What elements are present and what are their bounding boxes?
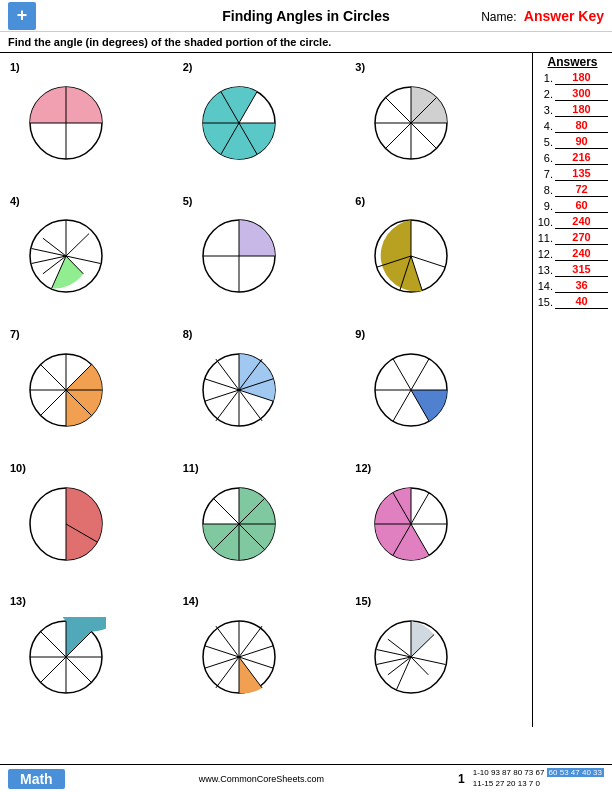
scores: 1-10 93 87 80 73 67 60 53 47 40 33 11-15… [473, 768, 604, 789]
answer-num: 4. [537, 120, 553, 132]
answer-value: 180 [555, 103, 608, 117]
website-label: www.CommonCoreSheets.com [199, 774, 324, 784]
answer-value: 270 [555, 231, 608, 245]
circle-svg-11 [199, 484, 279, 564]
answer-value: 80 [555, 119, 608, 133]
answer-row: 3.180 [537, 103, 608, 117]
answer-value: 60 [555, 199, 608, 213]
circle-number-10: 10) [10, 462, 26, 474]
circle-number-1: 1) [10, 61, 20, 73]
footer: Math www.CommonCoreSheets.com 1 1-10 93 … [0, 764, 612, 792]
answer-num: 9. [537, 200, 553, 212]
circle-svg-9 [371, 350, 451, 430]
circle-item-2: 2) [181, 57, 352, 189]
circle-svg-12 [371, 484, 451, 564]
circle-number-9: 9) [355, 328, 365, 340]
page-title: Finding Angles in Circles [222, 8, 390, 24]
circle-item-9: 9) [353, 324, 524, 456]
circle-svg-1 [26, 83, 106, 163]
answer-row: 13.315 [537, 263, 608, 277]
circle-svg-6 [371, 216, 451, 296]
circle-number-11: 11) [183, 462, 199, 474]
circle-svg-7 [26, 350, 106, 430]
answer-value: 90 [555, 135, 608, 149]
circle-svg-14 [199, 617, 279, 697]
answer-row: 12.240 [537, 247, 608, 261]
highlight-scores: 60 53 47 40 33 [547, 768, 604, 777]
answer-value: 40 [555, 295, 608, 309]
answer-value: 240 [555, 247, 608, 261]
circle-number-12: 12) [355, 462, 371, 474]
circle-item-4: 4) [8, 191, 179, 323]
answer-num: 1. [537, 72, 553, 84]
answer-row: 11.270 [537, 231, 608, 245]
circle-number-2: 2) [183, 61, 193, 73]
answer-value: 315 [555, 263, 608, 277]
answer-row: 2.300 [537, 87, 608, 101]
instructions: Find the angle (in degrees) of the shade… [0, 32, 612, 53]
circles-area: 1) 2) [0, 53, 532, 727]
circle-svg-13 [26, 617, 106, 697]
answer-num: 13. [537, 264, 553, 276]
answer-num: 12. [537, 248, 553, 260]
answer-value: 135 [555, 167, 608, 181]
answer-value: 240 [555, 215, 608, 229]
circle-number-15: 15) [355, 595, 371, 607]
answer-num: 8. [537, 184, 553, 196]
answer-row: 7.135 [537, 167, 608, 181]
answer-row: 1.180 [537, 71, 608, 85]
circle-svg-10 [26, 484, 106, 564]
answers-panel: Answers 1.1802.3003.1804.805.906.2167.13… [532, 53, 612, 727]
answer-row: 15.40 [537, 295, 608, 309]
answer-row: 6.216 [537, 151, 608, 165]
answer-value: 300 [555, 87, 608, 101]
circle-item-8: 8) [181, 324, 352, 456]
answers-title: Answers [537, 55, 608, 69]
answer-row: 9.60 [537, 199, 608, 213]
logo: + [8, 2, 36, 30]
circle-svg-2 [199, 83, 279, 163]
answer-num: 15. [537, 296, 553, 308]
circle-item-13: 13) [8, 591, 179, 723]
answers-container: 1.1802.3003.1804.805.906.2167.1358.729.6… [537, 71, 608, 309]
scores-11-15: 11-15 27 20 13 7 0 [473, 779, 604, 789]
circle-svg-3 [371, 83, 451, 163]
answer-num: 2. [537, 88, 553, 100]
answer-row: 10.240 [537, 215, 608, 229]
main-content: 1) 2) [0, 53, 612, 727]
answer-num: 10. [537, 216, 553, 228]
answer-row: 4.80 [537, 119, 608, 133]
circle-number-7: 7) [10, 328, 20, 340]
circle-svg-4 [26, 216, 106, 296]
answer-value: 180 [555, 71, 608, 85]
scores-1-10: 1-10 93 87 80 73 67 60 53 47 40 33 [473, 768, 604, 778]
circle-item-3: 3) [353, 57, 524, 189]
answer-row: 14.36 [537, 279, 608, 293]
circle-number-8: 8) [183, 328, 193, 340]
answer-num: 11. [537, 232, 553, 244]
answer-value: 36 [555, 279, 608, 293]
circle-item-14: 14) [181, 591, 352, 723]
circle-svg-15 [371, 617, 451, 697]
answer-num: 5. [537, 136, 553, 148]
circle-item-12: 12) [353, 458, 524, 590]
circle-number-4: 4) [10, 195, 20, 207]
circle-number-6: 6) [355, 195, 365, 207]
circle-number-13: 13) [10, 595, 26, 607]
circle-item-1: 1) [8, 57, 179, 189]
circle-item-15: 15) [353, 591, 524, 723]
answer-value: 216 [555, 151, 608, 165]
circle-item-6: 6) [353, 191, 524, 323]
answer-row: 8.72 [537, 183, 608, 197]
page-number: 1 [458, 772, 465, 786]
circle-item-5: 5) [181, 191, 352, 323]
name-label: Name: Answer Key [481, 8, 604, 24]
answer-num: 3. [537, 104, 553, 116]
circle-item-10: 10) [8, 458, 179, 590]
circle-number-5: 5) [183, 195, 193, 207]
circle-svg-8 [199, 350, 279, 430]
answer-num: 6. [537, 152, 553, 164]
answer-value: 72 [555, 183, 608, 197]
math-label: Math [8, 769, 65, 789]
answer-row: 5.90 [537, 135, 608, 149]
